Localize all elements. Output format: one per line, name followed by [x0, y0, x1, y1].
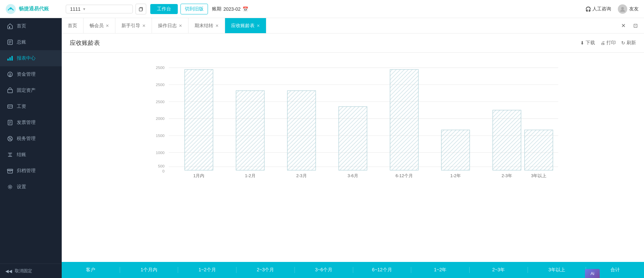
- download-icon: ⬇: [580, 40, 584, 46]
- close-yearend-tab[interactable]: ✕: [215, 23, 219, 28]
- user-area[interactable]: 友友: [618, 4, 639, 14]
- copy-icon: [138, 6, 144, 12]
- logo-icon: [5, 4, 16, 14]
- tab-oplog[interactable]: 操作日志 ✕: [152, 18, 189, 33]
- sidebar-label-reports: 报表中心: [17, 55, 36, 61]
- pin-icon: ◀◀: [5, 269, 12, 274]
- ai-badge[interactable]: Ai: [585, 269, 600, 278]
- svg-point-24: [10, 139, 11, 140]
- main-layout: 首页 总账 报表中心 资金管理 固定资产: [0, 18, 644, 278]
- svg-text:0: 0: [162, 169, 164, 173]
- tab-guide[interactable]: 新手引导 ✕: [115, 18, 152, 33]
- funds-icon: [7, 71, 13, 78]
- page-actions: ⬇ 下载 🖨 打印 ↻ 刷新: [580, 40, 636, 46]
- svg-rect-47: [236, 91, 264, 170]
- payroll-icon: [7, 103, 13, 110]
- svg-text:2500: 2500: [156, 99, 165, 104]
- tabs-bar: 首页 畅会员 ✕ 新手引导 ✕ 操作日志 ✕ 期末结转 ✕ 应收账龄表 ✕: [62, 18, 644, 33]
- calendar-icon[interactable]: 📅: [243, 6, 248, 12]
- page-title: 应收账龄表: [70, 39, 100, 47]
- svg-rect-55: [441, 130, 470, 170]
- svg-rect-11: [11, 56, 13, 61]
- col-header-6-12m: 6~12个月: [353, 267, 412, 273]
- sidebar-label-ledger: 总账: [17, 39, 26, 45]
- close-guide-tab[interactable]: ✕: [142, 23, 146, 28]
- svg-rect-59: [525, 130, 553, 170]
- sidebar-item-home[interactable]: 首页: [0, 18, 62, 34]
- close-member-tab[interactable]: ✕: [106, 23, 109, 28]
- tax-icon: [7, 135, 13, 142]
- col-header-3-6m: 3~6个月: [295, 267, 353, 273]
- svg-text:1500: 1500: [156, 133, 165, 138]
- col-header-1m: 1个月内: [120, 267, 178, 273]
- svg-point-12: [8, 72, 12, 77]
- svg-text:2500: 2500: [156, 82, 165, 87]
- tab-home[interactable]: 首页: [62, 18, 84, 33]
- col-header-2-3y: 2~3年: [470, 267, 528, 273]
- close-oplog-tab[interactable]: ✕: [179, 23, 182, 28]
- close-all-tabs-button[interactable]: ✕: [619, 21, 628, 30]
- logo-area: 畅捷通易代账: [5, 4, 66, 14]
- tabs-actions: ✕ ⊡: [614, 21, 644, 30]
- sidebar-item-assets[interactable]: 固定资产: [0, 82, 62, 98]
- sidebar-label-settlement: 结账: [17, 152, 26, 158]
- consult-button[interactable]: 🎧 人工咨询: [585, 6, 611, 12]
- svg-text:500: 500: [158, 164, 164, 168]
- workbench-button[interactable]: 工作台: [150, 4, 178, 14]
- ledger-icon: [7, 39, 13, 46]
- company-select[interactable]: 1111 ▾: [66, 5, 133, 13]
- user-name: 友友: [629, 6, 639, 12]
- close-aging-tab[interactable]: ✕: [257, 23, 260, 28]
- col-header-1-2m: 1~2个月: [178, 267, 236, 273]
- print-button[interactable]: 🖨 打印: [600, 40, 616, 46]
- sidebar-item-tax[interactable]: 税务管理: [0, 131, 62, 147]
- svg-point-3: [621, 7, 624, 10]
- svg-text:1月内: 1月内: [193, 173, 204, 178]
- svg-point-1: [10, 7, 12, 9]
- tab-yearend[interactable]: 期末结转 ✕: [189, 18, 225, 33]
- svg-rect-9: [7, 59, 9, 61]
- home-icon: [7, 23, 13, 29]
- svg-text:6-12个月: 6-12个月: [395, 173, 413, 178]
- chart-area: 2500 2500 2500 2000 1500 1000 500 0: [62, 53, 644, 262]
- svg-point-23: [9, 137, 10, 138]
- print-icon: 🖨: [600, 40, 605, 46]
- download-button[interactable]: ⬇ 下载: [580, 40, 595, 46]
- svg-rect-53: [390, 69, 418, 170]
- sidebar-item-invoice[interactable]: 发票管理: [0, 115, 62, 131]
- period-label: 账期: [212, 6, 221, 12]
- col-header-3y-plus: 3年以上: [528, 267, 586, 273]
- sidebar-item-settlement[interactable]: 结账: [0, 147, 62, 163]
- svg-line-22: [9, 137, 11, 140]
- tab-member[interactable]: 畅会员 ✕: [84, 18, 115, 33]
- sidebar-item-settings[interactable]: 设置: [0, 179, 62, 195]
- switch-version-button[interactable]: 切到旧版: [180, 4, 208, 14]
- sidebar-label-funds: 资金管理: [17, 71, 36, 77]
- company-name: 1111: [70, 6, 80, 12]
- table-footer-header: 客户 1个月内 1~2个月 2~3个月 3~6个月 6~12个月 1~2年 2~…: [62, 262, 644, 278]
- copy-button[interactable]: [136, 4, 146, 14]
- period-value: 2023-02: [223, 6, 240, 12]
- bar-chart: 2500 2500 2500 2000 1500 1000 500 0: [70, 61, 636, 188]
- invoice-icon: [7, 119, 13, 126]
- settlement-icon: [7, 151, 13, 158]
- header: 畅捷通易代账 1111 ▾ 工作台 切到旧版 账期 2023-02 📅 🎧 人工…: [0, 0, 644, 18]
- sidebar-item-funds[interactable]: 资金管理: [0, 66, 62, 82]
- svg-rect-26: [7, 169, 13, 170]
- refresh-button[interactable]: ↻ 刷新: [621, 40, 636, 46]
- maximize-button[interactable]: ⊡: [631, 21, 640, 30]
- sidebar-item-payroll[interactable]: 工资: [0, 98, 62, 115]
- period-area: 账期 2023-02 📅: [212, 6, 248, 12]
- page-content: 应收账龄表 ⬇ 下载 🖨 打印 ↻ 刷新: [62, 33, 644, 278]
- svg-text:2000: 2000: [156, 116, 165, 121]
- sidebar-item-reports[interactable]: 报表中心: [0, 50, 62, 66]
- svg-rect-49: [287, 91, 316, 170]
- assets-icon: [7, 87, 13, 94]
- col-header-1-2y: 1~2年: [411, 267, 470, 273]
- sidebar-item-archive[interactable]: 归档管理: [0, 163, 62, 179]
- tab-aging[interactable]: 应收账龄表 ✕: [225, 18, 266, 33]
- sidebar-item-ledger[interactable]: 总账: [0, 34, 62, 50]
- col-header-2-3m: 2~3个月: [236, 267, 295, 273]
- cancel-pin-button[interactable]: ◀◀ 取消固定: [0, 264, 62, 278]
- svg-rect-51: [339, 107, 367, 170]
